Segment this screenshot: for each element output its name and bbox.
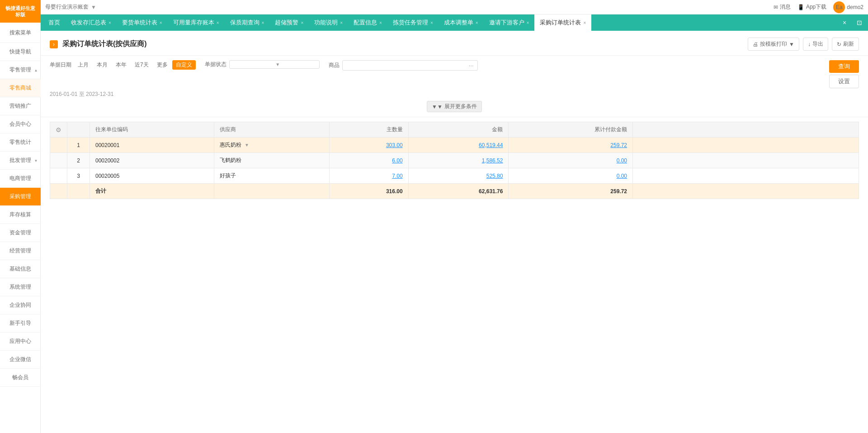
- row1-empty: [633, 138, 859, 153]
- message-label: 消息: [780, 3, 791, 11]
- sidebar-item-operation[interactable]: 经营管理: [0, 242, 41, 260]
- sidebar-item-finance[interactable]: 资金管理: [0, 224, 41, 242]
- row1-unit-code: 00020001: [90, 138, 214, 153]
- col-unit-code-label: 往来单位编码: [95, 126, 128, 133]
- sidebar-item-wholesale[interactable]: 批发管理: [0, 152, 41, 170]
- retail-stat-label: 零售统计: [9, 138, 31, 146]
- tab-purchase-order-stat[interactable]: 采购订单统计表 ×: [534, 14, 591, 31]
- col-paid-amount-header: 累计付款金额: [509, 122, 633, 138]
- tab-home[interactable]: 首页: [43, 14, 66, 31]
- tab-func-desc[interactable]: 功能说明 ×: [309, 14, 348, 31]
- tab-config-info[interactable]: 配置信息 ×: [348, 14, 387, 31]
- goods-more-icon[interactable]: ···: [469, 62, 474, 69]
- tab-expiry-query-close-icon[interactable]: ×: [262, 20, 264, 25]
- sidebar-item-ecommerce[interactable]: 电商管理: [0, 170, 41, 188]
- refresh-button[interactable]: ↻ 刷新: [832, 38, 859, 51]
- sidebar-item-member[interactable]: 会员中心: [0, 115, 41, 133]
- row3-index: 3: [67, 168, 90, 184]
- sidebar-item-retail-stat[interactable]: 零售统计: [0, 133, 41, 152]
- tab-func-desc-close-icon[interactable]: ×: [340, 20, 343, 25]
- sidebar-item-stock[interactable]: 库存核算: [0, 206, 41, 224]
- row3-amount[interactable]: 525.80: [408, 168, 509, 184]
- sidebar-item-quick-nav[interactable]: 快捷导航: [0, 43, 41, 61]
- enterprise-wx-label: 企业微信: [9, 356, 31, 363]
- sidebar-item-system[interactable]: 系统管理: [0, 278, 41, 296]
- sidebar-item-purchase[interactable]: 采购管理: [0, 188, 41, 206]
- row2-main-qty[interactable]: 6.00: [329, 153, 408, 168]
- breadcrumb-arrow-icon[interactable]: ▼: [91, 4, 96, 10]
- sidebar-item-newbie[interactable]: 新手引导: [0, 314, 41, 333]
- expand-filter-button[interactable]: ▼▼ 展开更多条件: [427, 101, 482, 112]
- row2-paid-amount[interactable]: 0.00: [509, 153, 633, 168]
- row1-main-qty[interactable]: 303.00: [329, 138, 408, 153]
- print-dropdown-icon[interactable]: ▼: [789, 41, 794, 48]
- tab-invite-customer[interactable]: 邀请下游客户 ×: [484, 14, 535, 31]
- stock-label: 库存核算: [9, 211, 31, 219]
- sidebar-item-enterprise-wx[interactable]: 企业微信: [0, 351, 41, 369]
- date-quick-btns: 上月 本月 本年 近7天 更多 自定义: [74, 60, 196, 70]
- tab-cost-adjust[interactable]: 成本调整单 ×: [439, 14, 484, 31]
- tab-collect-send-label: 收发存汇总表: [71, 19, 106, 27]
- nav-tabs-bar: 首页 收发存汇总表 × 要货单统计表 × 可用量库存账本 × 保质期查询 × 超…: [41, 14, 868, 31]
- tab-pickup-task-label: 拣货任务管理: [393, 19, 428, 27]
- col-amount-header: 金额: [408, 122, 509, 138]
- nav-tabs-end: × ⊡: [838, 16, 866, 29]
- maximize-tab-btn[interactable]: ⊡: [853, 16, 866, 29]
- tab-overstock-close-icon[interactable]: ×: [301, 20, 303, 25]
- tab-collect-send-close-icon[interactable]: ×: [108, 20, 111, 25]
- tab-pickup-task-close-icon[interactable]: ×: [430, 20, 433, 25]
- user-profile-action[interactable]: Ea demo2: [833, 1, 863, 13]
- goods-input[interactable]: [346, 62, 467, 69]
- breadcrumb: 母婴行业演示账套 ▼: [45, 3, 769, 11]
- tab-available-stock[interactable]: 可用量库存账本 ×: [168, 14, 225, 31]
- row1-amount[interactable]: 60,519.44: [408, 138, 509, 153]
- tab-available-stock-close-icon[interactable]: ×: [217, 20, 219, 25]
- tab-purchase-stat-close-icon[interactable]: ×: [160, 20, 162, 25]
- tab-purchase-stat[interactable]: 要货单统计表 ×: [117, 14, 168, 31]
- tab-pickup-task[interactable]: 拣货任务管理 ×: [387, 14, 439, 31]
- sidebar-item-marketing[interactable]: 营销推广: [0, 97, 41, 115]
- date-btn-this-month[interactable]: 本月: [93, 60, 111, 70]
- sidebar-item-enterprise[interactable]: 企业协同: [0, 296, 41, 314]
- query-actions: 查询 设置: [829, 60, 859, 88]
- settings-button[interactable]: 设置: [829, 75, 859, 88]
- status-select[interactable]: ▼: [229, 60, 320, 69]
- row3-main-qty[interactable]: 7.00: [329, 168, 408, 184]
- row3-paid-amount[interactable]: 0.00: [509, 168, 633, 184]
- date-custom-badge[interactable]: 自定义: [172, 60, 196, 70]
- tab-func-desc-label: 功能说明: [314, 19, 338, 27]
- date-btn-7days[interactable]: 近7天: [131, 60, 152, 70]
- tab-purchase-order-stat-label: 采购订单统计表: [540, 19, 581, 27]
- tab-cost-adjust-close-icon[interactable]: ×: [476, 20, 478, 25]
- date-btn-more[interactable]: 更多: [153, 60, 171, 70]
- basic-label: 基础信息: [9, 265, 31, 273]
- row1-dropdown-icon[interactable]: ▼: [245, 143, 249, 148]
- table-row: 2 00020002 飞鹤奶粉 6.00 1,586.52 0.00: [50, 153, 859, 168]
- close-tab-btn[interactable]: ×: [838, 16, 851, 29]
- tab-expiry-query[interactable]: 保质期查询 ×: [225, 14, 270, 31]
- date-btn-this-year[interactable]: 本年: [112, 60, 130, 70]
- sidebar-collapse-btn[interactable]: ›: [50, 40, 58, 48]
- footer-amount: 62,631.76: [408, 184, 509, 199]
- table-settings-icon[interactable]: ⚙: [56, 126, 61, 133]
- tab-invite-customer-close-icon[interactable]: ×: [527, 20, 529, 25]
- tab-overstock[interactable]: 超储预警 ×: [269, 14, 309, 31]
- sidebar-item-app-center[interactable]: 应用中心: [0, 333, 41, 351]
- query-button[interactable]: 查询: [829, 60, 859, 73]
- row1-paid-amount[interactable]: 259.72: [509, 138, 633, 153]
- sidebar-item-search[interactable]: 搜索菜单: [0, 23, 41, 43]
- page-header: › 采购订单统计表(按供应商) 🖨 按模板打印 ▼ ↓ 导出 ↻ 刷新: [41, 31, 868, 56]
- message-action[interactable]: ✉ 消息: [774, 3, 791, 11]
- tab-purchase-order-stat-close-icon[interactable]: ×: [583, 20, 586, 25]
- sidebar-item-retail-mall[interactable]: 零售商城: [0, 79, 41, 97]
- sidebar-item-basic[interactable]: 基础信息: [0, 260, 41, 278]
- print-button[interactable]: 🖨 按模板打印 ▼: [748, 38, 799, 51]
- tab-config-info-close-icon[interactable]: ×: [379, 20, 382, 25]
- export-button[interactable]: ↓ 导出: [803, 38, 828, 51]
- date-btn-last-month[interactable]: 上月: [74, 60, 92, 70]
- sidebar-item-retail[interactable]: 零售管理: [0, 61, 41, 79]
- sidebar-item-vip[interactable]: 畅会员: [0, 369, 41, 387]
- app-download-action[interactable]: 📱 App下载: [797, 3, 826, 11]
- tab-collect-send[interactable]: 收发存汇总表 ×: [66, 14, 117, 31]
- row2-amount[interactable]: 1,586.52: [408, 153, 509, 168]
